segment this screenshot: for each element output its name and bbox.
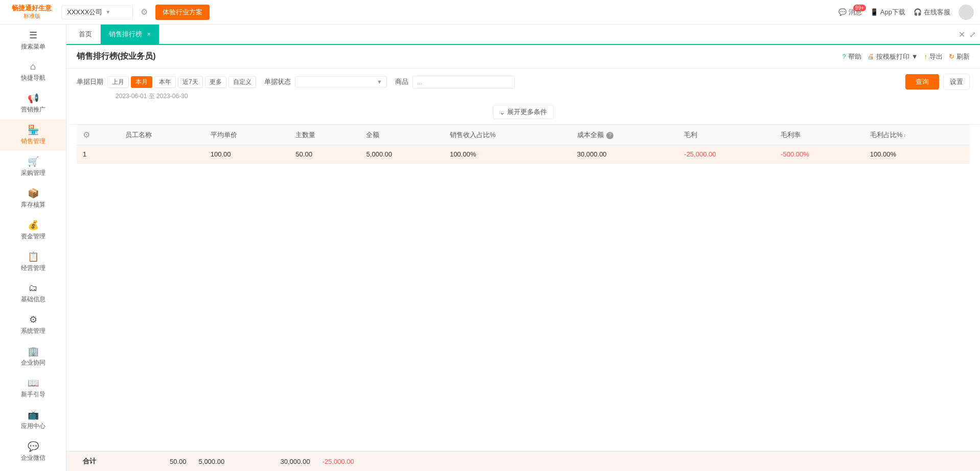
print-button[interactable]: 🖨 按模板打印 ▼ bbox=[868, 52, 918, 61]
tab-bar: 首页 销售排行榜 × ✕ ⤢ bbox=[66, 25, 980, 45]
enterprise-icon: 🏢 bbox=[28, 346, 39, 357]
sidebar-item-label: 应用中心 bbox=[21, 422, 45, 431]
sidebar-item-basic[interactable]: 🗂 基础信息 bbox=[0, 278, 66, 309]
window-close-icon[interactable]: ✕ bbox=[959, 30, 965, 39]
app-icon: 📱 bbox=[870, 8, 878, 16]
settings-icon[interactable]: ⚙ bbox=[137, 5, 151, 19]
refresh-button[interactable]: ↻ 刷新 bbox=[949, 52, 970, 61]
cell-sales-pct: 100.00% bbox=[444, 145, 571, 164]
col-gross-pct: 毛利占比%↕ bbox=[864, 125, 970, 145]
footer-cost: 30,000.00 bbox=[275, 458, 316, 465]
sidebar-item-shortcut[interactable]: ⌂ 快捷导航 bbox=[0, 56, 66, 87]
print-icon: 🖨 bbox=[868, 53, 874, 60]
sidebar-item-label: 快捷导航 bbox=[21, 74, 45, 82]
sidebar-item-purchase[interactable]: 🛒 采购管理 bbox=[0, 151, 66, 183]
search-icon: ☰ bbox=[29, 30, 37, 41]
sidebar-item-management[interactable]: 📋 经营管理 bbox=[0, 246, 66, 278]
query-button[interactable]: 查询 bbox=[905, 74, 939, 89]
print-arrow-icon: ▼ bbox=[911, 53, 918, 60]
sales-ranking-table: ⚙ 员工名称 平均单价 主数量 全额 销售收入占比% 成本全额 ? 毛利 毛利率… bbox=[77, 125, 970, 164]
goods-input[interactable]: ... bbox=[413, 76, 515, 88]
status-filter-label: 单据状态 bbox=[264, 77, 291, 86]
sidebar-item-search[interactable]: ☰ 搜索菜单 bbox=[0, 25, 66, 56]
wechat-icon: 💬 bbox=[28, 441, 39, 452]
expand-icon: ⌄ bbox=[499, 108, 505, 116]
expand-filter-button[interactable]: ⌄ 展开更多条件 bbox=[493, 105, 554, 119]
sort-icon: ↕ bbox=[903, 132, 906, 138]
footer-quantity: 50.00 bbox=[164, 458, 193, 465]
window-expand-icon[interactable]: ⤢ bbox=[969, 30, 976, 39]
tab-sales-ranking[interactable]: 销售排行榜 × bbox=[101, 25, 159, 44]
headset-icon: 🎧 bbox=[914, 8, 922, 16]
sidebar-item-wechat[interactable]: 💬 企业微信 bbox=[0, 436, 66, 467]
help-icon: ? bbox=[842, 53, 846, 60]
sidebar-item-label: 资金管理 bbox=[21, 232, 45, 241]
sidebar-item-label: 库存核算 bbox=[21, 200, 45, 209]
apps-icon: 📺 bbox=[28, 409, 39, 420]
system-icon: ⚙ bbox=[29, 314, 37, 325]
settings-button[interactable]: 设置 bbox=[943, 74, 970, 90]
tab-close-icon[interactable]: × bbox=[147, 31, 151, 38]
date-btn-custom[interactable]: 自定义 bbox=[229, 76, 256, 88]
finance-icon: 💰 bbox=[28, 219, 39, 231]
date-buttons: 上月 本月 本年 近7天 更多 自定义 bbox=[107, 76, 256, 88]
company-name: XXXXX公司 bbox=[67, 8, 102, 17]
sidebar-item-label: 搜索菜单 bbox=[21, 42, 45, 51]
sidebar-item-sales[interactable]: 🏪 销售管理 bbox=[0, 119, 66, 151]
footer-amount: 5,000.00 bbox=[193, 458, 234, 465]
date-btn-this-month[interactable]: 本月 bbox=[131, 76, 152, 88]
goods-filter-label: 商品 bbox=[395, 77, 408, 86]
tab-home[interactable]: 首页 bbox=[71, 25, 101, 44]
sidebar-item-label: 企业协同 bbox=[21, 358, 45, 367]
date-btn-this-year[interactable]: 本年 bbox=[154, 76, 176, 88]
cell-cost: 30,000.00 bbox=[571, 145, 678, 164]
footer-label: 合计 bbox=[77, 457, 102, 466]
app-download-button[interactable]: 📱 App下载 bbox=[870, 8, 905, 17]
status-filter: 单据状态 ▼ bbox=[264, 76, 387, 87]
date-btn-prev-month[interactable]: 上月 bbox=[107, 76, 129, 88]
sidebar-item-label: 销售管理 bbox=[21, 137, 45, 146]
sidebar-item-label: 采购管理 bbox=[21, 169, 45, 177]
cell-gross-rate: -500.00% bbox=[774, 145, 864, 164]
date-filter-label: 单据日期 bbox=[77, 77, 103, 86]
home-icon: ⌂ bbox=[30, 61, 36, 72]
page-title: 销售排行榜(按业务员) bbox=[77, 51, 842, 62]
logo-title: 畅捷通好生意 bbox=[12, 4, 52, 12]
col-quantity: 主数量 bbox=[289, 125, 360, 145]
col-settings[interactable]: ⚙ bbox=[77, 125, 119, 145]
cost-info-icon[interactable]: ? bbox=[606, 132, 613, 139]
column-settings-icon[interactable]: ⚙ bbox=[83, 130, 90, 139]
cell-name bbox=[119, 145, 204, 164]
refresh-icon: ↻ bbox=[949, 53, 954, 60]
sidebar-item-inventory[interactable]: 📦 库存核算 bbox=[0, 183, 66, 214]
help-button[interactable]: ? 帮助 bbox=[842, 52, 861, 61]
sidebar-item-finance[interactable]: 💰 资金管理 bbox=[0, 214, 66, 246]
col-name: 员工名称 bbox=[119, 125, 204, 145]
online-service-button[interactable]: 🎧 在线客服 bbox=[914, 8, 950, 17]
sales-icon: 🏪 bbox=[28, 124, 39, 136]
avatar[interactable] bbox=[959, 5, 974, 20]
date-btn-7days[interactable]: 近7天 bbox=[178, 76, 203, 88]
trial-button[interactable]: 体验行业方案 bbox=[155, 5, 210, 20]
status-select[interactable]: ▼ bbox=[295, 76, 387, 87]
management-icon: 📋 bbox=[28, 251, 39, 262]
col-gross-rate: 毛利率 bbox=[774, 125, 864, 145]
message-button[interactable]: 💬 消息 99+ bbox=[838, 8, 862, 17]
date-btn-more[interactable]: 更多 bbox=[205, 76, 226, 88]
cell-gross: -25,000.00 bbox=[678, 145, 774, 164]
status-dropdown-icon: ▼ bbox=[377, 79, 382, 85]
sidebar-item-apps[interactable]: 📺 应用中心 bbox=[0, 404, 66, 436]
sidebar-item-system[interactable]: ⚙ 系统管理 bbox=[0, 309, 66, 341]
company-selector[interactable]: XXXXX公司 ▼ bbox=[61, 5, 133, 19]
export-button[interactable]: ↑ 导出 bbox=[924, 52, 943, 61]
sidebar-item-enterprise[interactable]: 🏢 企业协同 bbox=[0, 341, 66, 372]
sidebar-item-member[interactable]: V 畅会员 bbox=[0, 467, 66, 471]
sidebar-item-label: 系统管理 bbox=[21, 327, 45, 335]
logo-subtitle: 标准版 bbox=[24, 12, 40, 20]
sidebar-item-guide[interactable]: 📖 新手引导 bbox=[0, 372, 66, 404]
sidebar-item-marketing[interactable]: 📢 营销推广 bbox=[0, 87, 66, 119]
logo: 畅捷通好生意 标准版 bbox=[6, 4, 57, 20]
sidebar-item-label: 经营管理 bbox=[21, 264, 45, 273]
cell-gross-pct: 100.00% bbox=[864, 145, 970, 164]
marketing-icon: 📢 bbox=[28, 93, 39, 104]
